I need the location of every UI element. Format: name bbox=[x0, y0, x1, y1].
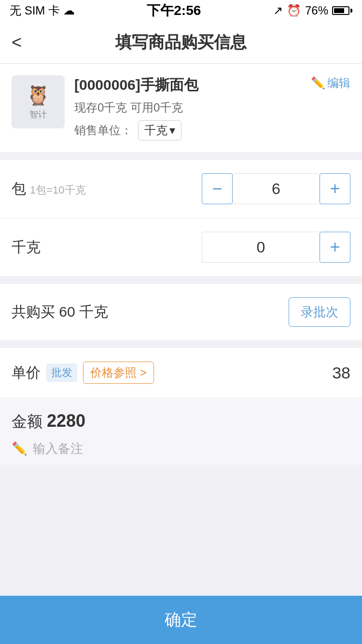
product-unit-row: 销售单位： 千克 ▾ bbox=[74, 120, 350, 140]
product-section: 🦉 智计 [0000006]手撕面包 现存0千克 可用0千克 销售单位： 千克 … bbox=[0, 64, 362, 152]
qty-row-bao: 包1包=10千克 − + bbox=[0, 160, 362, 218]
battery-icon bbox=[332, 6, 352, 15]
amount-section: 金额 2280 ✏️ 输入备注 bbox=[0, 397, 362, 465]
total-unit: 千克 bbox=[79, 304, 108, 320]
qty-plus-bao[interactable]: + bbox=[320, 173, 350, 204]
edit-icon: ✏️ bbox=[311, 76, 325, 90]
price-section: 单价 批发 价格参照 > 38 bbox=[0, 348, 362, 397]
status-time: 下午2:56 bbox=[147, 1, 201, 20]
status-left: 无 SIM 卡 ☁ bbox=[10, 3, 75, 18]
total-amount-value: 60 bbox=[59, 304, 75, 320]
price-ref-button[interactable]: 价格参照 > bbox=[83, 362, 154, 384]
qty-row-kg: 千克 + bbox=[0, 218, 362, 276]
sim-label: 无 SIM 卡 ☁ bbox=[10, 3, 75, 18]
edit-button[interactable]: ✏️ 编辑 bbox=[311, 75, 350, 91]
confirm-button[interactable]: 确定 bbox=[0, 596, 362, 644]
price-row: 单价 批发 价格参照 > 38 bbox=[12, 362, 350, 384]
gps-icon: ↗ bbox=[273, 4, 283, 17]
product-info: [0000006]手撕面包 现存0千克 可用0千克 销售单位： 千克 ▾ bbox=[74, 75, 350, 140]
amount-label: 金额 bbox=[12, 413, 42, 430]
record-batch-button[interactable]: 录批次 bbox=[289, 297, 350, 327]
total-label: 共购买 60 千克 bbox=[12, 302, 108, 322]
nav-bar: < 填写商品购买信息 bbox=[0, 21, 362, 64]
dropdown-chevron: ▾ bbox=[169, 124, 175, 137]
edit-label: 编辑 bbox=[327, 75, 350, 91]
qty-label-kg: 千克 bbox=[12, 238, 202, 257]
qty-plus-kg[interactable]: + bbox=[320, 232, 350, 263]
qty-controls-kg: + bbox=[202, 232, 350, 263]
total-section: 共购买 60 千克 录批次 bbox=[0, 284, 362, 340]
status-right: ↗ ⏰ 76% bbox=[273, 4, 352, 17]
quantity-section: 包1包=10千克 − + 千克 + bbox=[0, 160, 362, 276]
qty-input-kg[interactable] bbox=[202, 232, 320, 263]
empty-space bbox=[0, 465, 362, 610]
back-button[interactable]: < bbox=[12, 32, 22, 53]
remark-placeholder: 输入备注 bbox=[33, 440, 83, 457]
product-name: [0000006]手撕面包 bbox=[74, 75, 350, 95]
unit-value: 千克 bbox=[144, 123, 167, 138]
unit-dropdown[interactable]: 千克 ▾ bbox=[138, 120, 181, 140]
qty-controls-bao: − + bbox=[202, 173, 350, 204]
alarm-icon: ⏰ bbox=[287, 4, 301, 17]
price-type-tag: 批发 bbox=[46, 364, 77, 382]
qty-label-bao: 包1包=10千克 bbox=[12, 179, 202, 199]
status-bar: 无 SIM 卡 ☁ 下午2:56 ↗ ⏰ 76% bbox=[0, 0, 362, 21]
battery-label: 76% bbox=[305, 4, 328, 17]
qty-minus-bao[interactable]: − bbox=[202, 173, 233, 204]
qty-input-bao[interactable] bbox=[233, 173, 320, 204]
qty-sublabel-bao: 1包=10千克 bbox=[30, 184, 86, 196]
pencil-icon: ✏️ bbox=[12, 441, 27, 456]
price-label: 单价 bbox=[12, 363, 41, 383]
price-value: 38 bbox=[332, 364, 350, 382]
amount-value: 2280 bbox=[47, 411, 85, 431]
brand-label: 智计 bbox=[29, 109, 47, 120]
product-stock: 现存0千克 可用0千克 bbox=[74, 100, 350, 115]
amount-row: 金额 2280 bbox=[12, 411, 350, 433]
page-title: 填写商品购买信息 bbox=[115, 31, 247, 54]
remark-row[interactable]: ✏️ 输入备注 bbox=[12, 440, 350, 457]
unit-label: 销售单位： bbox=[74, 123, 132, 138]
owl-icon: 🦉 bbox=[26, 84, 50, 107]
product-thumbnail: 🦉 智计 bbox=[12, 75, 65, 128]
